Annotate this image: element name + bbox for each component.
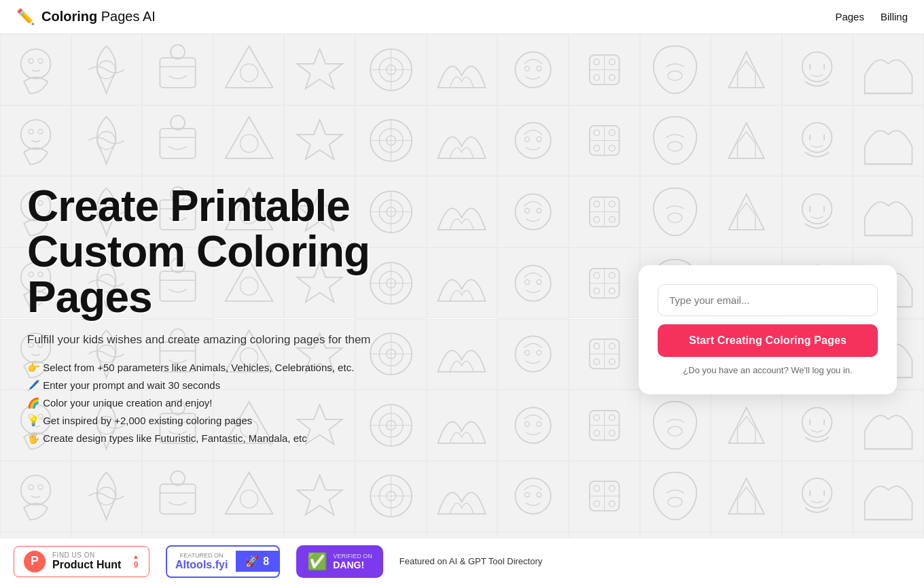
svg-point-161: [594, 485, 600, 492]
svg-point-24: [21, 120, 51, 150]
svg-point-133: [515, 407, 550, 443]
grid-thumbnail: [569, 34, 640, 105]
grid-thumbnail: [355, 34, 427, 105]
product-hunt-badge[interactable]: P FIND US ON Product Hunt ▲ 9: [14, 546, 149, 577]
logo[interactable]: ✏️ Coloring Pages AI: [16, 8, 156, 26]
dang-verified-label: Verified on: [333, 553, 372, 560]
nav-billing-link[interactable]: Billing: [881, 11, 908, 22]
grid-thumbnail: [284, 34, 355, 105]
svg-point-87: [537, 279, 541, 284]
svg-point-41: [594, 130, 600, 136]
grid-thumbnail: [355, 105, 427, 177]
svg-point-86: [525, 279, 529, 284]
grid-thumbnail: [640, 176, 711, 247]
grid-thumbnail: [640, 105, 711, 177]
grid-thumbnail: [853, 390, 924, 461]
dang-name-label: DANG!: [333, 560, 372, 570]
nav-pages-link[interactable]: Pages: [835, 11, 864, 22]
grid-thumbnail: [640, 461, 711, 532]
grid-thumbnail: [497, 461, 569, 532]
svg-point-46: [802, 123, 832, 153]
ai-dir-badge[interactable]: Featured on AI & GPT Tool Directory: [399, 556, 543, 566]
svg-point-19: [594, 74, 600, 80]
ph-title-label: Product Hunt: [52, 559, 126, 571]
svg-point-138: [609, 415, 615, 421]
svg-point-43: [594, 145, 600, 152]
svg-point-42: [609, 130, 615, 136]
grid-thumbnail: [497, 390, 569, 461]
svg-point-61: [515, 194, 550, 229]
grid-thumbnail: [853, 461, 924, 532]
grid-thumbnail: [782, 34, 853, 105]
svg-point-116: [609, 359, 615, 365]
footer-bar: P FIND US ON Product Hunt ▲ 9 Featured O…: [0, 538, 924, 584]
svg-point-142: [802, 407, 832, 437]
svg-point-44: [609, 145, 615, 152]
grid-thumbnail: [71, 461, 143, 532]
svg-rect-148: [160, 485, 195, 515]
hero-section: Create Printable Custom Coloring Pages F…: [27, 184, 448, 450]
grid-thumbnail: [142, 34, 213, 105]
grid-thumbnail: [569, 319, 640, 390]
grid-thumbnail: [0, 105, 71, 177]
aitools-name: AItools.fyi: [175, 559, 228, 571]
grid-thumbnail: [782, 461, 853, 532]
svg-rect-4: [160, 58, 195, 88]
signup-card: Start Creating Coloring Pages ¿Do you ha…: [639, 265, 897, 394]
grid-thumbnail: [640, 34, 711, 105]
navbar: ✏️ Coloring Pages AI Pages Billing: [0, 0, 924, 34]
grid-thumbnail: [640, 390, 711, 461]
svg-point-14: [525, 66, 529, 71]
svg-point-110: [525, 351, 529, 356]
grid-thumbnail: [0, 34, 71, 105]
svg-point-70: [802, 194, 832, 224]
svg-point-92: [609, 288, 615, 294]
grid-thumbnail: [71, 105, 143, 177]
svg-point-62: [525, 208, 529, 213]
feature-item: 🖐 Create design types like Futuristic, F…: [27, 432, 448, 445]
svg-point-113: [594, 343, 600, 349]
svg-point-162: [609, 485, 615, 492]
aitools-badge[interactable]: Featured On AItools.fyi 🚀 8: [166, 545, 280, 578]
svg-point-157: [515, 479, 550, 514]
ai-dir-label: Featured on AI & GPT Tool Directory: [399, 556, 543, 566]
svg-point-37: [515, 123, 550, 158]
grid-thumbnail: [711, 105, 782, 177]
svg-point-68: [609, 217, 615, 223]
svg-point-109: [515, 337, 550, 372]
svg-point-91: [594, 288, 600, 294]
svg-point-134: [525, 422, 529, 426]
svg-point-151: [240, 490, 257, 508]
svg-point-69: [668, 213, 682, 222]
grid-thumbnail: [711, 34, 782, 105]
dang-badge[interactable]: ✅ Verified on DANG!: [296, 545, 383, 578]
grid-thumbnail: [213, 34, 285, 105]
grid-thumbnail: [569, 105, 640, 177]
grid-thumbnail: [569, 176, 640, 247]
grid-thumbnail: [569, 461, 640, 532]
svg-point-165: [668, 498, 682, 507]
svg-point-144: [21, 476, 51, 506]
grid-thumbnail: [142, 461, 213, 532]
svg-point-114: [609, 343, 615, 349]
svg-point-17: [594, 59, 600, 65]
svg-point-140: [609, 430, 615, 436]
email-input[interactable]: [658, 284, 878, 316]
svg-point-163: [594, 501, 600, 507]
grid-thumbnail: [497, 176, 569, 247]
svg-point-145: [29, 485, 33, 489]
grid-thumbnail: [853, 34, 924, 105]
grid-thumbnail: [853, 105, 924, 177]
grid-thumbnail: [782, 105, 853, 177]
svg-point-164: [609, 501, 615, 507]
svg-point-5: [171, 45, 185, 59]
cta-button[interactable]: Start Creating Coloring Pages: [658, 324, 878, 357]
grid-thumbnail: [569, 390, 640, 461]
svg-point-13: [515, 52, 550, 87]
grid-thumbnail: [427, 105, 498, 177]
grid-thumbnail: [497, 34, 569, 105]
svg-point-137: [594, 415, 600, 421]
svg-point-26: [38, 129, 43, 134]
ph-find-label: FIND US ON: [52, 551, 126, 559]
nav-links: Pages Billing: [835, 11, 908, 22]
